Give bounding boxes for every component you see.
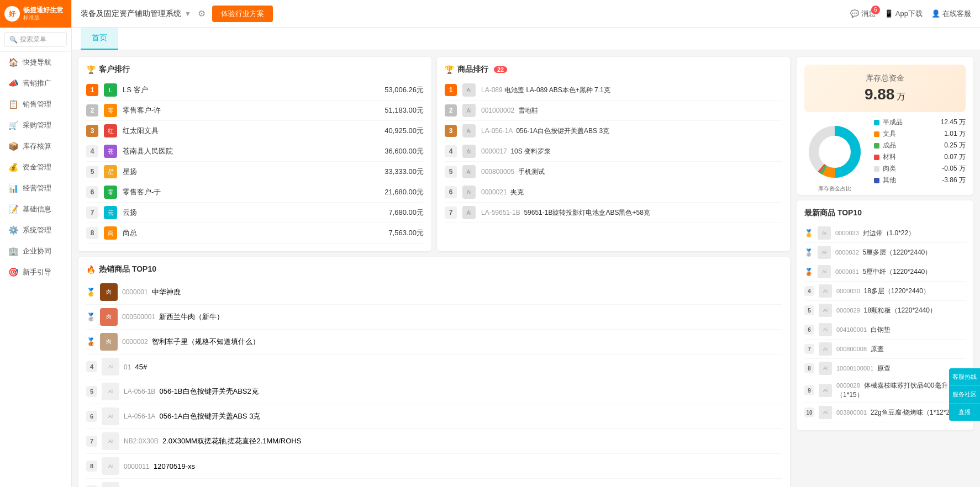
rank-num: 10 — [804, 407, 814, 417]
rank-num-5: 5 — [86, 166, 98, 178]
list-item: 4 苍 苍南县人民医院 36,600.00元 — [86, 141, 424, 162]
sales-icon: 📋 — [8, 99, 18, 109]
rank-num: 6 — [445, 186, 457, 198]
legend-item-4: 肉类 -0.05 万 — [874, 164, 966, 173]
list-item: 6 Ai 004100001 白钢垫 — [804, 320, 966, 340]
list-item: 6 Ai 0000021 夹克 — [445, 182, 782, 203]
list-item: 4 Ai 0000017 10S 变料罗浆 — [445, 141, 782, 162]
product-img: Ai — [462, 186, 476, 199]
trophy-icon: 🏆 — [86, 65, 96, 74]
purchase-icon: 🛒 — [8, 120, 18, 130]
live-button[interactable]: 直播 — [949, 404, 980, 421]
rank-num: 4 — [804, 286, 814, 296]
hot-products-card: 🔥 热销商品 TOP10 🥇 肉 0000001 中华神鹿 — [78, 257, 790, 487]
sidebar-item-system[interactable]: ⚙️ 系统管理 — [0, 220, 71, 241]
rank-num-3: 3 — [86, 125, 98, 137]
dropdown-arrow-icon: ▼ — [185, 10, 191, 18]
search-menu-button[interactable]: 🔍 搜索菜单 — [4, 32, 67, 47]
rank-num-2: 2 — [86, 104, 98, 117]
product-image: Ai — [102, 383, 119, 400]
rank-num: 8 — [804, 363, 814, 373]
sidebar-item-operations[interactable]: 📊 经营管理 — [0, 178, 71, 199]
list-item: 5 Ai 000800005 手机测试 — [445, 162, 782, 182]
customer-ranking-title: 🏆 客户排行 — [86, 65, 424, 75]
product-image: Ai — [102, 432, 119, 450]
sidebar-item-sales[interactable]: 📋 销售管理 — [0, 94, 71, 115]
message-icon: 💬 — [850, 9, 859, 18]
medal-gold-icon: 🥇 — [804, 229, 813, 237]
product-info: 000800005 手机测试 — [481, 167, 782, 177]
trial-button[interactable]: 体验行业方案 — [212, 6, 273, 22]
list-item: 2 零 零售客户-许 51,183.00元 — [86, 100, 424, 121]
list-item: 1 Ai LA-089 电池盖 LA-089 ABS本色+黑种 7.1克 — [445, 80, 782, 100]
service-community-button[interactable]: 服务社区 — [949, 386, 980, 404]
list-item: 8 尚 尚总 7,563.00元 — [86, 223, 424, 244]
list-item: 🥈 肉 000500001 新西兰牛肉（新牛） — [86, 305, 782, 330]
product-details: 000500001 新西兰牛肉（新牛） — [122, 312, 782, 322]
rank-num: 1 — [445, 84, 457, 96]
hot-products-title: 🔥 热销商品 TOP10 — [86, 264, 782, 274]
list-item: 8 Ai 0000011 12070519-xs — [86, 454, 782, 479]
medal-bronze-icon: 🥉 — [86, 337, 96, 346]
medal-silver-icon: 🥈 — [86, 313, 96, 321]
sidebar-item-inventory[interactable]: 📦 库存核算 — [0, 136, 71, 157]
legend-item-0: 半成品 12.45 万 — [874, 118, 966, 127]
list-item: 🥇 肉 0000001 中华神鹿 — [86, 280, 782, 305]
gear-icon[interactable]: ⚙ — [198, 8, 206, 19]
app-download-button[interactable]: 📱 App下载 — [884, 9, 923, 19]
product-ranking-card: 🏆 商品排行 22 1 Ai LA-089 电池盖 LA-089 ABS本色+黑… — [437, 57, 790, 251]
donut-chart-container: 库存资金占比 半成品 12.45 万 文具 1.01 万 — [804, 118, 966, 187]
list-item: 8 Ai 10000100001 原查 — [804, 359, 966, 378]
avatar: 零 — [104, 104, 117, 117]
basic-icon: 📝 — [8, 204, 18, 214]
product-info: LA-056-1A 056-1A白色按键开关盖ABS 3克 — [481, 126, 782, 136]
donut-svg — [804, 121, 865, 182]
inventory-amount-display: 9.88 万 — [813, 86, 957, 103]
marketing-icon: 📣 — [8, 78, 18, 88]
sidebar-item-finance[interactable]: 💰 资金管理 — [0, 157, 71, 178]
product-img: Ai — [819, 323, 832, 336]
list-item: 2 Ai 001000002 雪地鞋 — [445, 100, 782, 121]
sidebar-item-home[interactable]: 🏠 快捷导航 — [0, 52, 71, 73]
product-image: 肉 — [100, 283, 118, 301]
rank-num: 4 — [86, 361, 97, 372]
product-img: Ai — [819, 406, 832, 419]
product-info: 0000017 10S 变料罗浆 — [481, 147, 782, 156]
sidebar-item-guide[interactable]: 🎯 新手引导 — [0, 262, 71, 283]
chart-label: 库存资金占比 — [804, 185, 865, 193]
product-image: Ai — [102, 457, 119, 475]
messages-button[interactable]: 💬 消息 6 — [850, 9, 876, 19]
list-item: 7 Ai NB2.0X30B 2.0X30MM双搓花轴,搓花直径2.1MM/RO… — [86, 429, 782, 454]
legend-item-5: 其他 -3.86 万 — [874, 176, 966, 185]
sidebar-item-enterprise[interactable]: 🏢 企业协同 — [0, 241, 71, 262]
sidebar-item-purchase[interactable]: 🛒 采购管理 — [0, 115, 71, 136]
inventory-card: 库存总资金 9.88 万 — [797, 57, 973, 195]
newest-products-title: 最新商品 TOP10 — [804, 208, 966, 218]
list-item: 3 红 红太阳文具 40,925.00元 — [86, 121, 424, 141]
avatar: 云 — [104, 206, 117, 219]
service-hotline-button[interactable]: 客服热线 — [949, 368, 980, 386]
customer-rank-list: 1 L LS 客户 53,006.26元 2 零 零售客户-许 51,183.0… — [86, 80, 424, 244]
sidebar-item-basic[interactable]: 📝 基础信息 — [0, 199, 71, 220]
customer-amount: 40,925.00元 — [384, 126, 424, 136]
list-item: 5 Ai LA-056-1B 056-1B白色按键开关壳ABS2克 — [86, 379, 782, 404]
customer-amount: 51,183.00元 — [384, 105, 424, 115]
sidebar-item-marketing[interactable]: 📣 营销推广 — [0, 73, 71, 94]
chart-legend: 半成品 12.45 万 文具 1.01 万 成品 0.25 万 — [874, 118, 966, 187]
product-img: Ai — [462, 206, 476, 219]
product-details: 0000002 智利车子里（规格不知道填什么） — [122, 337, 782, 347]
online-service-button[interactable]: 👤 在线客服 — [931, 9, 971, 19]
rank-num: 7 — [86, 436, 97, 447]
product-img: Ai — [818, 226, 831, 240]
medal-gold-icon: 🥇 — [86, 288, 96, 297]
tab-home[interactable]: 首页 — [81, 28, 118, 50]
page-tabs: 首页 — [72, 28, 980, 50]
list-item: 6 Ai LA-056-1A 056-1A白色按键开关盖ABS 3克 — [86, 404, 782, 429]
product-img: Ai — [819, 304, 832, 317]
product-img: Ai — [462, 145, 476, 158]
customer-name: 星扬 — [123, 167, 379, 177]
customer-amount: 7,680.00元 — [388, 208, 424, 218]
list-item: 9 Ai 0000028 体械嘉枝味苏打饮品400毫升（1*15） — [804, 378, 966, 403]
product-img: Ai — [462, 104, 476, 117]
list-item: 🥉 肉 0000002 智利车子里（规格不知道填什么） — [86, 330, 782, 354]
